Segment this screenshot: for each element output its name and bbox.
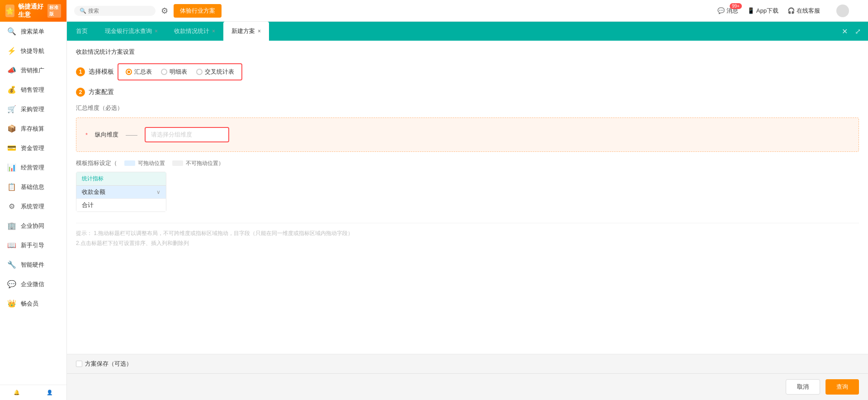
tab-receipt-stats-close[interactable]: × [212,28,215,34]
notification-item[interactable]: 💬 消息 99+ [717,7,738,15]
radio-cross[interactable]: 交叉统计表 [196,68,234,76]
tips-line1: 提示： 1.拖动标题栏可以调整布局，不可跨维度或指标区域拖动，目字段（只能在同一… [76,229,859,239]
avatar [836,5,849,17]
sidebar-bottom-btn2[interactable]: 👤 [33,385,67,400]
sidebar-item-beginner[interactable]: 📖 新手引导 [0,235,66,255]
sidebar-item-label: 企业协同 [21,222,44,230]
vertical-label: 纵向维度 [95,131,118,139]
metrics-row-chevron[interactable]: ∨ [156,189,160,195]
sidebar-bottom-btn1[interactable]: 🔔 [0,385,33,400]
tab-cash-flow[interactable]: 现金银行流水查询 × [97,22,166,41]
dimension-row: * 纵向维度 —— 请选择分组维度 [85,127,849,142]
purchase-icon: 🛒 [7,105,16,113]
sidebar-item-enterprise-wechat[interactable]: 💬 企业微信 [0,274,66,294]
sidebar-item-member[interactable]: 👑 畅会员 [0,294,66,313]
gear-icon[interactable]: ⚙ [161,6,168,16]
step1-row: 1 选择模板 汇总表 明细表 交叉统计表 [76,63,859,80]
save-row: 方案保存（可选） [67,354,868,373]
sidebar-item-finance[interactable]: 💳 资金管理 [0,138,66,158]
marketing-icon: 📣 [7,66,16,75]
sidebar-item-label: 销售管理 [21,86,44,94]
tab-home[interactable]: 首页 [67,22,97,41]
app-download-label: App下载 [756,7,778,15]
tab-new-plan[interactable]: 新建方案 × [223,22,269,41]
sidebar-item-hardware[interactable]: 🔧 智能硬件 [0,255,66,274]
sidebar-item-label: 营销推广 [21,66,44,75]
tab-receipt-stats-label: 收款情况统计 [174,27,209,35]
cancel-button[interactable]: 取消 [786,379,820,395]
radio-detail[interactable]: 明细表 [161,68,187,76]
legend-no-drag: 不可拖动位置） [172,160,224,167]
sidebar-item-label: 智能硬件 [21,261,44,269]
inventory-icon: 📦 [7,124,16,133]
hardware-icon: 🔧 [7,260,16,269]
can-drag-label: 可拖动位置 [138,160,165,167]
radio-group: 汇总表 明细表 交叉统计表 [126,68,234,76]
query-button[interactable]: 查询 [826,379,859,395]
sidebar-item-sales[interactable]: 💰 销售管理 [0,80,66,99]
legend-draggable: 可拖动位置 [124,160,165,167]
metrics-table-row[interactable]: 收款金额 ∨ [76,186,166,198]
metrics-table-area: 统计指标 收款金额 ∨ 合计 [76,172,166,212]
radio-summary[interactable]: 汇总表 [126,68,152,76]
sidebar: 🌟 畅捷通好生意 标准版 🔍 搜索菜单 ⚡ 快捷导航 📣 营销推广 💰 销售管理… [0,0,67,400]
radio-cross-circle [196,69,203,75]
app-download-icon: 📱 [747,7,755,14]
sidebar-item-purchase[interactable]: 🛒 采购管理 [0,99,66,119]
search-input[interactable] [88,8,147,14]
sidebar-item-label: 系统管理 [21,202,44,211]
sidebar-item-search[interactable]: 🔍 搜索菜单 [0,22,66,41]
metrics-legend: 可拖动位置 不可拖动位置） [124,160,224,167]
content-inner: 收款情况统计方案设置 1 选择模板 汇总表 明细表 [67,41,868,354]
metrics-total: 合计 [76,198,166,212]
sidebar-item-operation[interactable]: 📊 经营管理 [0,158,66,177]
radio-summary-label: 汇总表 [134,68,152,76]
content-area: 收款情况统计方案设置 1 选择模板 汇总表 明细表 [67,41,868,373]
tab-receipt-stats[interactable]: 收款情况统计 × [166,22,223,41]
sidebar-item-label: 搜索菜单 [21,28,44,36]
close-window-btn[interactable]: ✕ [840,25,849,38]
metrics-row-text: 收款金额 [82,188,156,196]
app-download-item[interactable]: 📱 App下载 [747,7,778,15]
sales-icon: 💰 [7,85,16,94]
sidebar-bottom: 🔔 👤 [0,385,66,400]
sidebar-item-basic-info[interactable]: 📋 基础信息 [0,177,66,197]
industry-btn[interactable]: 体验行业方案 [174,4,222,18]
header-right: 💬 消息 99+ 📱 App下载 🎧 在线客服 [717,5,861,17]
sidebar-item-marketing[interactable]: 📣 营销推广 [0,61,66,80]
sidebar-item-label: 资金管理 [21,144,44,152]
save-checkbox-text: 方案保存（可选） [85,360,132,368]
radio-summary-circle [126,69,132,75]
edition-badge: 标准版 [47,4,61,18]
notification-badge: 99+ [730,3,742,9]
dimension-select-placeholder: 请选择分组维度 [151,131,192,138]
save-checkbox-label[interactable]: 方案保存（可选） [76,360,132,368]
sidebar-item-system[interactable]: ⚙ 系统管理 [0,197,66,216]
header-search-box[interactable]: 🔍 [74,6,156,16]
save-checkbox-box[interactable] [76,361,82,367]
dimension-arrow: —— [126,132,137,138]
tab-cash-flow-close[interactable]: × [155,28,158,34]
sidebar-item-inventory[interactable]: 📦 库存核算 [0,119,66,138]
sidebar-item-label: 基础信息 [21,183,44,191]
required-star: * [85,132,88,138]
sidebar-item-enterprise-collab[interactable]: 🏢 企业协同 [0,216,66,235]
tab-bar: 首页 现金银行流水查询 × 收款情况统计 × 新建方案 × ✕ ⤢ [67,22,868,41]
logo-text: 畅捷通好生意 [18,3,46,19]
tab-home-label: 首页 [76,27,88,35]
step2-label: 方案配置 [89,88,114,96]
sidebar-item-label: 企业微信 [21,280,44,288]
tab-new-plan-close[interactable]: × [258,28,261,34]
template-selection-box: 汇总表 明细表 交叉统计表 [118,63,242,80]
dimension-section-label: 汇总维度（必选） [76,104,859,112]
enterprise-collab-icon: 🏢 [7,221,16,230]
sidebar-item-label: 经营管理 [21,164,44,172]
metrics-settings-label: 模板指标设定（ [76,159,117,167]
tab-new-plan-label: 新建方案 [231,27,255,35]
expand-window-btn[interactable]: ⤢ [853,25,863,38]
sidebar-item-quick-nav[interactable]: ⚡ 快捷导航 [0,41,66,61]
customer-service-item[interactable]: 🎧 在线客服 [788,7,820,15]
tips-section: 提示： 1.拖动标题栏可以调整布局，不可跨维度或指标区域拖动，目字段（只能在同一… [76,223,859,254]
sidebar-item-label: 采购管理 [21,105,44,113]
dimension-select[interactable]: 请选择分组维度 [145,127,229,142]
